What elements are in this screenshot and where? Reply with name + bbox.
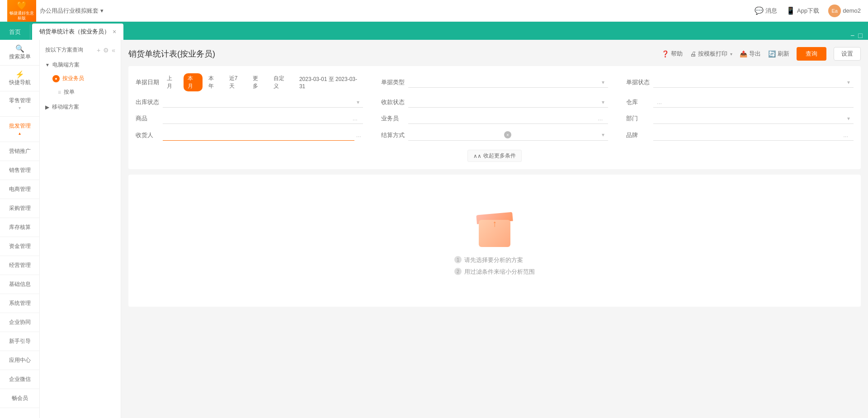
print-btn[interactable]: 🖨 按模板打印 ▾ <box>690 50 732 58</box>
scheme-group-pc: ▼ 电脑端方案 ● 按业务员 ≡ 按单 <box>40 58 121 99</box>
sidebar-item-ecommerce[interactable]: 电商管理 <box>0 180 39 199</box>
sidebar-item-quicknav[interactable]: ⚡ 快捷导航 <box>0 66 39 91</box>
tab-active[interactable]: 销货单统计表（按业务员） × <box>32 24 123 40</box>
scheme-group-pc-arrow: ▼ <box>45 62 50 67</box>
tab-maximize-icon[interactable]: □ <box>858 32 863 40</box>
sidebar-item-inventory[interactable]: 库存核算 <box>0 218 39 237</box>
sidebar-item-sales[interactable]: 销售管理 <box>0 161 39 180</box>
add-scheme-btn[interactable]: + <box>97 47 100 54</box>
filter-receiver-dots[interactable]: ... <box>354 132 363 138</box>
empty-hint-1-text: 请先选择要分析的方案 <box>464 256 523 264</box>
export-icon: 📤 <box>740 50 747 57</box>
refresh-btn[interactable]: 🔄 刷新 <box>768 50 789 58</box>
app-selector[interactable]: 办公用品行业模拟账套 ▾ <box>40 7 104 15</box>
filter-receipt-status-select[interactable]: ▾ <box>408 97 609 108</box>
filter-row-2: 出库状态 ▾ 收款状态 ▾ 仓库 <box>136 97 854 108</box>
scheme-group-pc-label: 电脑端方案 <box>52 61 80 69</box>
filter-out-status: 出库状态 ▾ <box>136 97 363 108</box>
box-arrow: ↑ <box>492 218 497 229</box>
app-download-icon: 📱 <box>786 6 795 15</box>
help-label: 帮助 <box>671 50 683 58</box>
scheme-item-by-salesperson[interactable]: ● 按业务员 <box>40 71 121 86</box>
filter-salesperson-dots[interactable]: ... <box>596 115 605 122</box>
filter-goods-input[interactable]: ... <box>163 113 363 124</box>
message-icon: 💬 <box>755 6 764 15</box>
filter-salesperson: 业务员 ... <box>381 113 609 124</box>
filter-goods-dots[interactable]: ... <box>351 115 359 122</box>
app-download-btn[interactable]: 📱 App下载 <box>786 6 819 15</box>
sidebar-item-system[interactable]: 系统管理 <box>0 294 39 313</box>
filter-warehouse-dots[interactable]: ... <box>657 99 662 105</box>
filter-dept-select[interactable]: ▾ <box>653 114 854 124</box>
tab-minimize-icon[interactable]: − <box>850 32 854 40</box>
filter-doc-type-arrow: ▾ <box>602 79 604 86</box>
filter-out-status-arrow: ▾ <box>357 99 359 105</box>
sidebar-item-appcenter[interactable]: 应用中心 <box>0 351 39 370</box>
sidebar: 🔍 搜索菜单 ⚡ 快捷导航 零售管理 ▾ 批发管理 ▴ 营销推广 销售管理 电商… <box>0 40 40 418</box>
filter-settlement-label: 结算方式 <box>381 131 408 139</box>
message-btn[interactable]: 💬 消息 <box>755 6 777 15</box>
scheme-item-by-order[interactable]: ≡ 按单 <box>40 86 121 99</box>
tab-close-btn[interactable]: × <box>113 28 116 35</box>
date-btn-7days[interactable]: 近7天 <box>225 73 247 91</box>
settings-scheme-btn[interactable]: ⚙ <box>103 47 109 54</box>
query-btn[interactable]: 查询 <box>797 47 826 61</box>
sidebar-item-basic[interactable]: 基础信息 <box>0 275 39 294</box>
date-btn-this-year[interactable]: 本年 <box>204 73 223 91</box>
page-header: 销货单统计表(按业务员) ❓ 帮助 🖨 按模板打印 ▾ 📤 导出 <box>128 47 861 61</box>
sidebar-item-newbie[interactable]: 新手引导 <box>0 332 39 351</box>
filter-goods-label: 商品 <box>136 114 163 123</box>
filter-doc-type-select[interactable]: ▾ <box>408 77 609 88</box>
sidebar-item-wholesale[interactable]: 批发管理 ▴ <box>0 117 39 142</box>
date-filter-options: 上月 本月 本年 近7天 更多 自定义 2023-03-01 至 2023-03… <box>163 73 363 91</box>
sidebar-item-purchase[interactable]: 采购管理 <box>0 199 39 218</box>
filter-warehouse-input[interactable]: ... <box>653 97 854 108</box>
filter-brand-input[interactable]: ... <box>653 130 854 141</box>
sidebar-item-member[interactable]: 畅会员 <box>0 389 39 408</box>
main-content: 销货单统计表(按业务员) ❓ 帮助 🖨 按模板打印 ▾ 📤 导出 <box>121 40 868 418</box>
date-btn-this-month[interactable]: 本月 <box>184 73 203 91</box>
filter-doc-status-label: 单据状态 <box>626 78 653 86</box>
filter-out-status-select[interactable]: ▾ <box>163 97 363 108</box>
help-btn[interactable]: ❓ 帮助 <box>661 50 683 58</box>
empty-hint-list: 1 请先选择要分析的方案 2 用过滤条件来缩小分析范围 <box>454 256 535 280</box>
filter-receiver-input[interactable] <box>163 130 354 141</box>
tab-active-label: 销货单统计表（按业务员） <box>39 28 110 36</box>
collapse-more-btn[interactable]: ∧∧ 收起更多条件 <box>467 150 522 162</box>
sidebar-item-retail[interactable]: 零售管理 ▾ <box>0 91 39 117</box>
collapse-row: ∧∧ 收起更多条件 <box>136 146 854 162</box>
filter-date: 单据日期 上月 本月 本年 近7天 更多 自定义 2023-03-01 至 20… <box>136 73 363 91</box>
user-menu[interactable]: Ea demo2 <box>828 5 861 17</box>
scheme-group-mobile-title[interactable]: ▶ 移动端方案 <box>40 100 121 114</box>
sidebar-item-wechat[interactable]: 企业微信 <box>0 370 39 389</box>
filter-doc-status-select[interactable]: ▾ <box>653 77 854 88</box>
sidebar-item-finance[interactable]: 资金管理 <box>0 237 39 256</box>
sidebar-item-search[interactable]: 🔍 搜索菜单 <box>0 40 39 66</box>
date-btn-custom[interactable]: 自定义 <box>269 73 294 91</box>
scheme-item-order-label: 按单 <box>64 88 75 96</box>
date-btn-more[interactable]: 更多 <box>249 73 268 91</box>
collapse-panel-btn[interactable]: « <box>112 47 115 54</box>
filter-settlement-select[interactable]: × ▾ <box>408 129 609 141</box>
settings-btn[interactable]: 设置 <box>834 47 861 61</box>
filter-brand-dots[interactable]: ... <box>841 132 850 138</box>
filter-row-3: 商品 ... 业务员 ... 部门 <box>136 113 854 124</box>
refresh-label: 刷新 <box>778 50 789 58</box>
print-icon: 🖨 <box>690 50 696 57</box>
scheme-group-mobile-arrow: ▶ <box>45 104 49 110</box>
help-icon: ❓ <box>661 50 669 57</box>
export-btn[interactable]: 📤 导出 <box>740 50 761 58</box>
hint-num-1: 1 <box>454 256 462 263</box>
sidebar-item-marketing[interactable]: 营销推广 <box>0 142 39 161</box>
filter-salesperson-input[interactable]: ... <box>408 113 609 124</box>
avatar: Ea <box>828 5 841 17</box>
scheme-group-pc-title[interactable]: ▼ 电脑端方案 <box>40 58 121 71</box>
sidebar-item-enterprise[interactable]: 企业协同 <box>0 313 39 332</box>
collapse-label: 收起更多条件 <box>483 152 516 160</box>
sidebar-item-operations[interactable]: 经营管理 <box>0 256 39 275</box>
scheme-sub-icon: ≡ <box>58 89 61 95</box>
date-btn-last-month[interactable]: 上月 <box>163 73 182 91</box>
filter-settlement-clear-btn[interactable]: × <box>504 131 511 138</box>
filter-dept-arrow: ▾ <box>847 115 850 122</box>
tab-home[interactable]: 首页 <box>0 24 30 40</box>
